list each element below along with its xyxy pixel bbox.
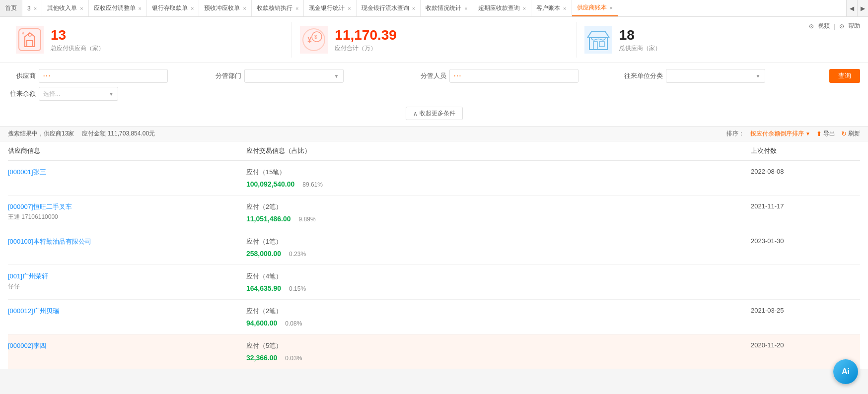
nav-tab-prepay-ar-label: 预收冲应收单 — [204, 4, 240, 12]
nav-tab-other-income[interactable]: 其他收入单 × — [42, 0, 88, 16]
tx-cell-000001: 应付（15笔） 100,092,540.00 89.61% — [246, 168, 751, 188]
balance-filter-select[interactable]: 选择... ▼ — [39, 87, 118, 101]
card-number-payable-suppliers: 13 — [51, 27, 104, 44]
close-tab-cash-flow[interactable]: × — [412, 5, 415, 11]
nav-tab-ar-ap-adjust[interactable]: 应收应付调整单 × — [89, 0, 147, 16]
tx-amount-000002[interactable]: 32,366.00 — [246, 354, 277, 362]
refresh-icon: ↻ — [841, 130, 847, 137]
close-tab-overdue-ar[interactable]: × — [523, 5, 526, 11]
nav-tab-prepay-ar[interactable]: 预收冲应收单 × — [199, 0, 251, 16]
close-tab-3[interactable]: × — [34, 5, 37, 11]
last-pay-cell-000007: 2021-11-17 — [751, 202, 860, 210]
supplier-sub-001: 仔仔 — [8, 282, 246, 291]
nav-scroll-left[interactable]: ◀ — [846, 0, 857, 17]
filter-area: 供应商 ··· 分管部门 ▼ 分管人员 ··· 往来单位分类 ▼ — [0, 63, 868, 127]
supplier-link-000012[interactable]: [000012]广州贝瑞 — [8, 307, 59, 315]
svg-rect-9 — [593, 42, 597, 50]
tx-label-000007: 应付（2笔） — [246, 202, 751, 211]
tx-cell-000007: 应付（2笔） 11,051,486.00 9.89% — [246, 202, 751, 223]
tx-amount-000100[interactable]: 258,000.00 — [246, 250, 281, 258]
card-number-total-suppliers: 18 — [619, 27, 661, 44]
nav-tab-3-label: 3 — [27, 5, 31, 12]
nav-tab-home-label: 首页 — [5, 4, 17, 12]
video-link[interactable]: 视频 — [818, 22, 830, 30]
svg-rect-1 — [27, 41, 33, 47]
supplier-link-000007[interactable]: [000007]恒旺二手叉车 — [8, 203, 72, 210]
tx-amount-000007[interactable]: 11,051,486.00 — [246, 215, 291, 223]
tx-cell-000100: 应付（1笔） 258,000.00 0.23% — [246, 237, 751, 258]
tx-cell-001: 应付（4笔） 164,635.90 0.15% — [246, 272, 751, 292]
sort-value-text: 按应付余额倒序排序 — [750, 130, 804, 138]
export-button[interactable]: ⬆ 导出 — [816, 130, 835, 138]
nav-tab-receipt-verify[interactable]: 收款核销执行 × — [252, 0, 304, 16]
category-chevron-down-icon: ▼ — [756, 73, 761, 79]
supplier-link-000001[interactable]: [000001]张三 — [8, 168, 46, 176]
close-tab-receipt-verify[interactable]: × — [295, 5, 298, 11]
help-link[interactable]: 帮助 — [848, 22, 860, 30]
nav-tab-customer-ledger[interactable]: 客户账本 × — [531, 0, 572, 16]
tx-amount-000012[interactable]: 94,600.00 — [246, 319, 277, 327]
filter-row-2: 往来余额 选择... ▼ — [8, 87, 167, 101]
supplier-dots-icon: ··· — [43, 72, 51, 79]
supplier-filter-input[interactable]: ··· — [39, 69, 168, 83]
tx-amount-001[interactable]: 164,635.90 — [246, 284, 281, 292]
manager-dots-icon: ··· — [454, 72, 462, 79]
balance-placeholder: 选择... — [43, 90, 60, 98]
close-tab-cash-bank-stat[interactable]: × — [348, 5, 351, 11]
close-tab-bank-deposit[interactable]: × — [191, 5, 194, 11]
table-header: 供应商信息 应付交易信息（占比） 上次付数 — [8, 141, 860, 161]
svg-text:¥: ¥ — [307, 36, 312, 44]
card-total-payable-amount: ¥ $ 11,170.39 应付合计（万） — [291, 22, 576, 58]
supplier-link-000100[interactable]: [000100]本特勤油品有限公司 — [8, 238, 91, 245]
sort-chevron-down-icon: ▼ — [805, 131, 810, 136]
nav-tab-3[interactable]: 3 × — [22, 0, 42, 16]
tx-cell-000012: 应付（2笔） 94,600.00 0.08% — [246, 307, 751, 327]
nav-tab-supplier-ledger[interactable]: 供应商账本 × — [572, 0, 618, 16]
sort-value-btn[interactable]: 按应付余额倒序排序 ▼ — [750, 130, 810, 138]
close-tab-customer-ledger[interactable]: × — [563, 5, 566, 11]
table-row: [000012]广州贝瑞 应付（2笔） 94,600.00 0.08% 2021… — [8, 300, 860, 334]
close-tab-receipt-stat[interactable]: × — [464, 5, 467, 11]
nav-tab-home[interactable]: 首页 — [0, 0, 22, 16]
supplier-link-001[interactable]: [001]广州荣轩 — [8, 272, 48, 280]
close-tab-prepay-ar[interactable]: × — [243, 5, 246, 11]
last-pay-date-000002: 2020-11-20 — [751, 341, 784, 349]
nav-tab-overdue-ar[interactable]: 超期应收款查询 × — [473, 0, 531, 16]
supplier-sub-000007: 王通 17106110000 — [8, 213, 246, 221]
result-actions: 排序： 按应付余额倒序排序 ▼ ⬆ 导出 ↻ 刷新 — [726, 130, 860, 138]
tx-amount-000001[interactable]: 100,092,540.00 — [246, 180, 294, 188]
refresh-button[interactable]: ↻ 刷新 — [841, 130, 860, 138]
collapse-label: 收起更多条件 — [420, 109, 455, 118]
manager-filter-input[interactable]: ··· — [449, 69, 579, 83]
col-header-transaction: 应付交易信息（占比） — [246, 146, 751, 155]
search-button[interactable]: 查询 — [829, 69, 860, 83]
nav-tab-bank-deposit[interactable]: 银行存取款单 × — [147, 0, 199, 16]
close-tab-other-income[interactable]: × — [80, 5, 83, 11]
nav-scroll-right[interactable]: ▶ — [857, 0, 868, 17]
collapse-button[interactable]: ∧ 收起更多条件 — [406, 107, 463, 120]
nav-tab-cash-flow[interactable]: 现金银行流水查询 × — [357, 0, 421, 16]
card-icon-supplier-payable: ¥ — [16, 26, 44, 54]
nav-tab-ar-ap-adjust-label: 应收应付调整单 — [94, 4, 136, 12]
nav-tab-overdue-ar-label: 超期应收款查询 — [478, 4, 520, 12]
dept-filter-select[interactable]: ▼ — [244, 69, 344, 83]
card-icon-store — [584, 26, 612, 54]
close-tab-supplier-ledger[interactable]: × — [610, 5, 613, 11]
card-content-payable-amount: 11,170.39 应付合计（万） — [335, 27, 397, 53]
tx-row-000001: 100,092,540.00 89.61% — [246, 179, 751, 188]
supplier-cell-001: [001]广州荣轩 仔仔 — [8, 272, 246, 291]
svg-text:$: $ — [314, 34, 317, 40]
filter-item-supplier: 供应商 ··· — [8, 69, 210, 83]
tx-row-000100: 258,000.00 0.23% — [246, 248, 751, 258]
result-bar: 搜索结果中，供应商13家 应付金额 111,703,854.00元 排序： 按应… — [0, 127, 868, 141]
tx-row-000012: 94,600.00 0.08% — [246, 318, 751, 327]
nav-tab-cash-bank-stat[interactable]: 现金银行统计 × — [304, 0, 356, 16]
category-filter-select[interactable]: ▼ — [666, 69, 765, 83]
supplier-link-000002[interactable]: [000002]李四 — [8, 342, 46, 349]
close-tab-ar-ap-adjust[interactable]: × — [139, 5, 142, 11]
nav-tab-receipt-stat[interactable]: 收款情况统计 × — [421, 0, 473, 16]
filter-item-balance: 往来余额 选择... ▼ — [8, 87, 167, 101]
balance-chevron-down-icon: ▼ — [109, 91, 114, 97]
last-pay-cell-000001: 2022-08-08 — [751, 168, 860, 175]
balance-filter-label: 往来余额 — [8, 89, 36, 98]
